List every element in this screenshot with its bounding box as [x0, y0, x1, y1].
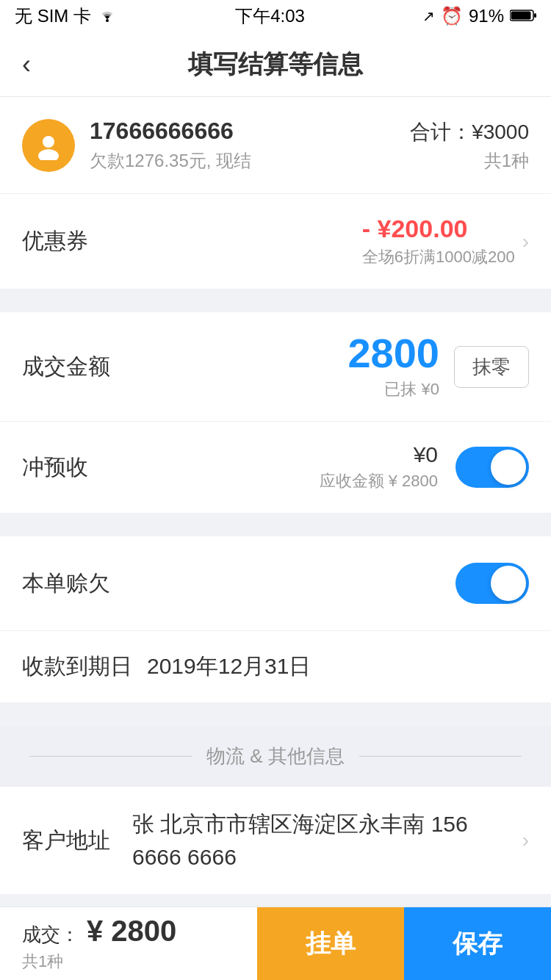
due-date-label: 收款到期日: [22, 652, 132, 682]
battery-icon: [510, 6, 536, 26]
address-row[interactable]: 客户地址 张 北京市市辖区海淀区永丰南 156 6666 6666 ›: [0, 787, 551, 894]
svg-point-5: [38, 149, 59, 160]
prepaid-toggle[interactable]: [455, 447, 529, 488]
location-icon: ↗: [422, 7, 435, 25]
address-section: 客户地址 张 北京市市辖区海淀区永丰南 156 6666 6666 ›: [0, 787, 551, 894]
coupon-description: 全场6折满1000减200: [362, 246, 515, 268]
debt-label: 本单赊欠: [22, 569, 110, 599]
customer-row: 17666666666 欠款1276.35元, 现结 合计：¥3000 共1种: [0, 97, 551, 193]
debt-toggle[interactable]: [455, 563, 529, 604]
divider-1: [0, 300, 551, 312]
summary-label: 成交：: [22, 922, 79, 948]
customer-info: 17666666666 欠款1276.35元, 现结: [90, 118, 251, 173]
coupon-right: - ¥200.00 全场6折满1000减200 ›: [362, 215, 529, 268]
logistics-text: 物流 & 其他信息: [206, 743, 345, 769]
prepaid-right: ¥0 应收金额 ¥ 2800: [320, 442, 529, 492]
deal-amount-section: 成交金额 2800 已抹 ¥0 抹零 冲预收 ¥0 应收金额 ¥ 2800: [0, 312, 551, 513]
hold-button[interactable]: 挂单: [257, 907, 404, 981]
divider-2: [0, 525, 551, 536]
prepaid-amount: ¥0: [320, 442, 438, 467]
back-button[interactable]: ‹: [22, 49, 31, 80]
coupon-info: - ¥200.00 全场6折满1000减200: [362, 215, 515, 268]
due-date-row: 收款到期日 2019年12月31日: [0, 630, 551, 702]
bottom-bar: 成交： ¥ 2800 共1种 挂单 保存: [0, 907, 551, 980]
address-content: 张 北京市市辖区海淀区永丰南 156 6666 6666: [132, 807, 522, 873]
wifi-icon: [97, 6, 118, 26]
prepaid-row: 冲预收 ¥0 应收金额 ¥ 2800: [0, 421, 551, 513]
summary-amount: ¥ 2800: [87, 915, 176, 948]
coupon-row[interactable]: 优惠券 - ¥200.00 全场6折满1000减200 ›: [0, 193, 551, 289]
battery-text: 91%: [469, 6, 504, 26]
deal-amount-row: 成交金额 2800 已抹 ¥0 抹零: [0, 312, 551, 421]
status-left: 无 SIM 卡: [15, 4, 118, 28]
nav-bar: ‹ 填写结算等信息: [0, 32, 551, 97]
save-button[interactable]: 保存: [404, 907, 551, 981]
carrier-text: 无 SIM 卡: [15, 4, 91, 28]
due-date-value: 2019年12月31日: [147, 652, 311, 682]
coupon-chevron-icon: ›: [522, 230, 529, 253]
summary-top: 成交： ¥ 2800: [22, 915, 235, 948]
round-button[interactable]: 抹零: [454, 346, 529, 388]
status-bar: 无 SIM 卡 下午4:03 ↗ ⏰ 91%: [0, 0, 551, 32]
divider-3: [0, 714, 551, 726]
logistics-line-left: [29, 756, 192, 757]
prepaid-values: ¥0 应收金额 ¥ 2800: [320, 442, 438, 492]
prepaid-toggle-knob: [491, 450, 526, 485]
amount-info: 2800 已抹 ¥0: [347, 333, 439, 400]
prepaid-label: 冲预收: [22, 453, 88, 483]
prepaid-sub: 应收金额 ¥ 2800: [320, 470, 438, 492]
logistics-line-right: [359, 756, 522, 757]
svg-point-4: [43, 136, 54, 148]
logistics-divider: 物流 & 其他信息: [0, 726, 551, 787]
avatar: [22, 119, 75, 172]
total-label-amount: 合计：¥3000: [410, 118, 529, 146]
total-count: 共1种: [410, 149, 529, 173]
customer-phone: 17666666666: [90, 118, 251, 145]
coupon-label: 优惠券: [22, 226, 88, 256]
customer-left: 17666666666 欠款1276.35元, 现结: [22, 118, 251, 173]
total-label: 合计：: [410, 120, 472, 143]
customer-total: 合计：¥3000 共1种: [410, 118, 529, 173]
svg-rect-3: [534, 13, 536, 18]
debt-section: 本单赊欠 收款到期日 2019年12月31日: [0, 536, 551, 702]
summary-count: 共1种: [22, 951, 235, 973]
address-chevron-icon: ›: [522, 829, 529, 852]
deal-amount-number: 2800: [347, 333, 439, 374]
page-title: 填写结算等信息: [188, 48, 363, 82]
svg-rect-2: [511, 12, 531, 20]
customer-section: 17666666666 欠款1276.35元, 现结 合计：¥3000 共1种 …: [0, 97, 551, 289]
deal-amount-right: 2800 已抹 ¥0 抹零: [347, 333, 529, 400]
bottom-summary: 成交： ¥ 2800 共1种: [0, 915, 257, 973]
debt-toggle-knob: [491, 566, 526, 601]
customer-debt: 欠款1276.35元, 现结: [90, 149, 251, 173]
alarm-icon: ⏰: [441, 6, 463, 26]
debt-row: 本单赊欠: [0, 536, 551, 630]
total-amount: ¥3000: [472, 120, 529, 143]
status-right: ↗ ⏰ 91%: [422, 6, 536, 26]
deal-amount-label: 成交金额: [22, 352, 110, 382]
address-label: 客户地址: [22, 826, 110, 856]
coupon-discount: - ¥200.00: [362, 215, 515, 243]
deal-amount-sub: 已抹 ¥0: [347, 378, 439, 400]
svg-point-0: [106, 19, 109, 22]
status-time: 下午4:03: [235, 4, 305, 28]
